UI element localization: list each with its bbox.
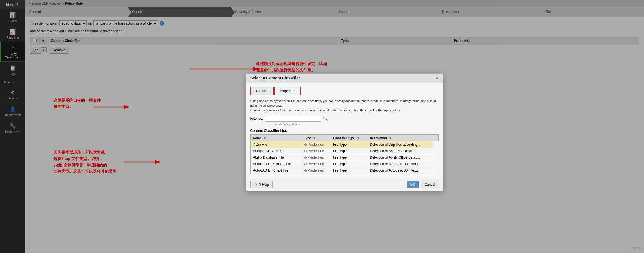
classifier-table-scroll[interactable]: Name ▼ Type ▼ Classifier Type ▼ <box>250 134 439 174</box>
tab-general[interactable]: General <box>250 87 274 95</box>
main-content: Manage DLP Policies > Policy Rule Genera… <box>25 0 644 253</box>
cell-description: Detection of Ability Office Datab... <box>367 154 434 161</box>
cell-type: Predefined <box>302 161 331 167</box>
col-type[interactable]: Type ▼ <box>302 135 331 141</box>
classifier-row[interactable]: 7-Zip File Predefined File Type Detectio… <box>251 141 438 148</box>
col-name[interactable]: Name ▼ <box>251 135 302 141</box>
sort-name-btn[interactable]: ▼ <box>264 137 266 140</box>
cell-name: 7-Zip File <box>251 141 302 148</box>
predefined-icon: Predefined <box>304 162 324 166</box>
tab-properties[interactable]: Properties <box>274 87 301 95</box>
dialog-title-bar: Select a Content Classifier ✕ <box>246 74 443 83</box>
cell-description: Detection of Autodesk DXF bina... <box>367 161 434 167</box>
dialog: Select a Content Classifier ✕ General Pr… <box>246 73 443 191</box>
dialog-title: Select a Content Classifier <box>250 76 300 80</box>
cell-name: AutoCAD DFX Binary File <box>251 161 302 167</box>
filter-hint: You can include wildcards. <box>268 123 439 126</box>
cell-type: Predefined <box>302 154 331 161</box>
dialog-tabs: General Properties <box>250 87 439 95</box>
predefined-icon: Predefined <box>304 168 324 172</box>
dialog-close-button[interactable]: ✕ <box>435 76 439 80</box>
dialog-description: Using one of the system's built-in conte… <box>250 99 439 113</box>
classifier-row[interactable]: AutoCAD DFX Binary File Predefined File … <box>251 161 438 167</box>
filter-label: Filter by: <box>250 117 263 121</box>
help-button[interactable]: ❓ ? Help <box>250 181 273 188</box>
dialog-overlay: Select a Content Classifier ✕ General Pr… <box>25 0 644 253</box>
classifier-row[interactable]: Ability Database File Predefined File Ty… <box>251 154 438 161</box>
cell-classifier-type: File Type <box>331 167 367 174</box>
dialog-body: General Properties Using one of the syst… <box>246 83 443 178</box>
sort-desc-btn[interactable]: ▼ <box>389 137 392 140</box>
predefined-icon: Predefined <box>304 149 324 153</box>
search-icon[interactable]: 🔍 <box>323 116 328 121</box>
scroll-col <box>434 135 438 141</box>
ok-button[interactable]: OK <box>407 181 419 188</box>
predefined-icon: Predefined <box>304 156 324 159</box>
col-description[interactable]: Description ▼ <box>367 135 434 141</box>
classifier-row[interactable]: Abaqus ODB Format Predefined File Type D… <box>251 148 438 154</box>
cancel-button[interactable]: Cancel <box>421 181 439 188</box>
cell-classifier-type: File Type <box>331 154 367 161</box>
sort-type-btn[interactable]: ▼ <box>313 137 316 140</box>
cell-description: Detection of Abaqus ODB files. <box>367 148 434 154</box>
cell-name: AutoCAD DFX Text File <box>251 167 302 174</box>
watermark: 创新互联 <box>630 247 642 251</box>
cell-classifier-type: File Type <box>331 148 367 154</box>
help-label: ? Help <box>259 183 269 187</box>
dialog-footer: ❓ ? Help OK Cancel <box>246 178 443 191</box>
footer-right: OK Cancel <box>407 181 439 188</box>
col-classifier-type[interactable]: Classifier Type ▼ <box>331 135 367 141</box>
cell-type: Predefined <box>302 141 331 148</box>
filter-row: Filter by: 🔍 <box>250 116 439 122</box>
classifier-list-title: Content Classifier List: <box>250 129 439 133</box>
cell-name: Ability Database File <box>251 154 302 161</box>
cell-classifier-type: File Type <box>331 161 367 167</box>
cell-description: Detection of 7zip files according... <box>367 141 434 148</box>
cell-type: Predefined <box>302 167 331 174</box>
cell-description: Detection of Autodesk DXF textu... <box>367 167 434 174</box>
classifier-row[interactable]: AutoCAD DFX Text File Predefined File Ty… <box>251 167 438 174</box>
filter-input[interactable] <box>265 116 321 122</box>
cell-type: Predefined <box>302 148 331 154</box>
page-body: This rule monitors: specific data all da… <box>25 17 644 253</box>
cell-classifier-type: File Type <box>331 141 367 148</box>
help-icon: ❓ <box>254 183 258 187</box>
predefined-icon: Predefined <box>304 143 324 147</box>
sort-classifier-btn[interactable]: ▼ <box>357 137 360 140</box>
classifier-table: Name ▼ Type ▼ Classifier Type ▼ <box>251 135 439 174</box>
cell-name: Abaqus ODB Format <box>251 148 302 154</box>
